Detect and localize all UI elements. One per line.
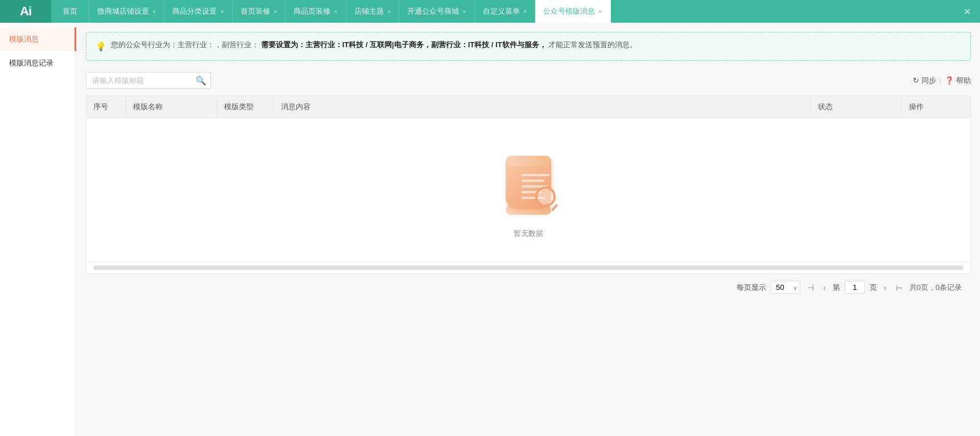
tab-open-wechat[interactable]: 开通公众号商城 × xyxy=(399,0,474,23)
page-size-select[interactable]: 10 20 50 100 xyxy=(771,281,800,294)
tab-category-settings[interactable]: 商品分类设置 × xyxy=(164,0,232,23)
notice-banner: 💡 您的公众号行业为：主营行业：，副营行业： 需要设置为：主营行业：IT科技 /… xyxy=(86,32,971,61)
tab-close-template-msg[interactable]: × xyxy=(598,8,602,15)
tab-custom-menu[interactable]: 自定义菜单 × xyxy=(475,0,535,23)
toolbar: 🔍 ↻ 同步 | ❓ 帮助 xyxy=(86,72,971,89)
toolbar-divider: | xyxy=(940,76,941,85)
sidebar-item-template-msg-record[interactable]: 模版消息记录 xyxy=(0,51,76,75)
tab-close-home-decoration[interactable]: × xyxy=(274,8,277,15)
tab-close-custom-menu[interactable]: × xyxy=(523,8,527,15)
app-logo: Ai xyxy=(0,0,51,23)
bulb-icon: 💡 xyxy=(96,40,106,53)
tab-close-open-wechat[interactable]: × xyxy=(462,8,466,15)
tab-product-decoration[interactable]: 商品页装修 × xyxy=(286,0,346,23)
tab-home-decoration[interactable]: 首页装修 × xyxy=(233,0,286,23)
search-wrap: 🔍 xyxy=(86,72,211,89)
notice-highlight: 需要设置为：主营行业：IT科技 / 互联网|电子商务，副营行业：IT科技 / I… xyxy=(261,40,547,49)
last-page-button[interactable]: ⊢ xyxy=(894,282,905,293)
next-page-button[interactable]: › xyxy=(882,282,889,293)
scrollbar-track[interactable] xyxy=(93,265,964,270)
page-input[interactable] xyxy=(845,281,865,294)
notice-suffix: 才能正常发送预置的消息。 xyxy=(548,40,637,49)
sync-button[interactable]: ↻ 同步 xyxy=(913,76,936,86)
empty-text: 暂无数据 xyxy=(514,229,543,239)
notice-prefix: 您的公众号行业为：主营行业：，副营行业： xyxy=(111,40,259,49)
sidebar-item-template-msg[interactable]: 模版消息 xyxy=(0,27,76,51)
horizontal-scrollbar[interactable] xyxy=(86,261,970,273)
col-content: 消息内容 xyxy=(274,96,811,118)
total-text: 共0页，0条记录 xyxy=(909,283,962,293)
tab-home[interactable]: 首页 xyxy=(51,0,89,23)
col-status: 状态 xyxy=(811,96,902,118)
tab-close-product-decoration[interactable]: × xyxy=(334,8,337,15)
tab-template-msg[interactable]: 公众号模版消息 × xyxy=(535,0,610,23)
sidebar: 模版消息 模版消息记录 xyxy=(0,23,77,436)
help-label: 帮助 xyxy=(956,76,971,86)
col-seq: 序号 xyxy=(86,96,126,118)
main-layout: 模版消息 模版消息记录 💡 您的公众号行业为：主营行业：，副营行业： 需要设置为… xyxy=(0,23,980,436)
first-page-button[interactable]: ⊣ xyxy=(805,282,816,293)
col-name: 模版名称 xyxy=(126,96,217,118)
tab-shop-settings[interactable]: 微商城店铺设置 × xyxy=(89,0,164,23)
search-button[interactable]: 🔍 xyxy=(196,76,206,86)
col-action: 操作 xyxy=(902,96,970,118)
pagination: 每页显示 10 20 50 100 ⊣ ‹ 第 页 › ⊢ 共0页，0条记录 xyxy=(86,274,971,296)
tab-close-store-theme[interactable]: × xyxy=(387,8,391,15)
page-unit: 页 xyxy=(870,283,877,293)
empty-state: 暂无数据 xyxy=(86,118,970,261)
help-icon: ❓ xyxy=(945,76,954,85)
sync-icon: ↻ xyxy=(913,76,919,85)
search-input[interactable] xyxy=(86,72,211,89)
page-label: 第 xyxy=(833,283,840,293)
data-table: 序号 模版名称 模版类型 消息内容 状态 操作 xyxy=(86,95,971,274)
tab-store-theme[interactable]: 店铺主题 × xyxy=(346,0,399,23)
toolbar-right: ↻ 同步 | ❓ 帮助 xyxy=(913,76,971,86)
col-type: 模版类型 xyxy=(217,96,274,118)
page-size-label: 每页显示 xyxy=(737,283,766,293)
top-navigation: Ai 首页 微商城店铺设置 × 商品分类设置 × 首页装修 × 商品页装修 × … xyxy=(0,0,980,23)
tab-bar: 首页 微商城店铺设置 × 商品分类设置 × 首页装修 × 商品页装修 × 店铺主… xyxy=(51,0,954,23)
help-button[interactable]: ❓ 帮助 xyxy=(945,76,971,86)
empty-icon xyxy=(494,152,563,221)
tab-close-shop-settings[interactable]: × xyxy=(152,8,156,15)
window-close-button[interactable]: ✕ xyxy=(954,0,980,23)
prev-page-button[interactable]: ‹ xyxy=(821,282,828,293)
page-size-select-wrap: 10 20 50 100 xyxy=(771,281,800,294)
tab-close-category-settings[interactable]: × xyxy=(220,8,224,15)
sync-label: 同步 xyxy=(921,76,936,86)
table-header: 序号 模版名称 模版类型 消息内容 状态 操作 xyxy=(86,96,970,118)
content-area: 💡 您的公众号行业为：主营行业：，副营行业： 需要设置为：主营行业：IT科技 /… xyxy=(77,23,980,436)
